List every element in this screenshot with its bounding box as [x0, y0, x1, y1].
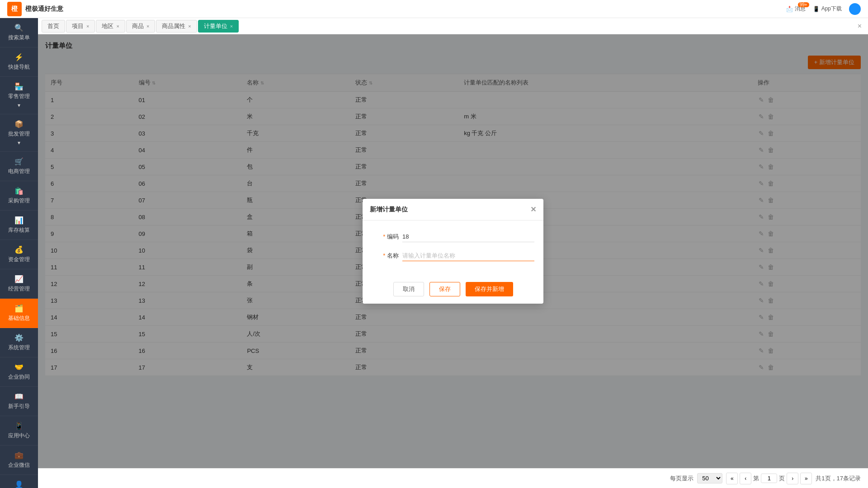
operation-icon: 📈: [14, 275, 24, 283]
sidebar-item-inventory[interactable]: 📊 库存核算: [0, 211, 38, 240]
save-button[interactable]: 保存: [429, 282, 460, 296]
first-page-btn[interactable]: «: [726, 473, 738, 484]
sidebar-retail-label: 零售管理: [8, 93, 30, 100]
sidebar-purchase-label: 采购管理: [8, 197, 30, 205]
sidebar-basic-label: 基础信息: [8, 314, 30, 322]
message-btn[interactable]: 📩 消息 99+: [786, 5, 806, 13]
tab-region-label: 地区: [102, 22, 113, 30]
sidebar-app-center-label: 应用中心: [8, 432, 30, 440]
sidebar-item-quick-nav[interactable]: ⚡ 快捷导航: [0, 47, 38, 77]
logo-icon: 橙: [7, 2, 22, 16]
member-icon: 👤: [14, 480, 24, 488]
app-download-btn[interactable]: 📱 App下载: [813, 5, 842, 13]
name-required: *: [383, 252, 385, 259]
save-and-new-button[interactable]: 保存并新增: [466, 282, 513, 296]
app-label: App下载: [821, 5, 842, 13]
top-header: 橙 橙极通好生意 📩 消息 99+ 📱 App下载: [0, 0, 868, 18]
tab-unit-close[interactable]: ×: [230, 23, 233, 29]
sidebar-system-label: 系统管理: [8, 344, 30, 352]
tab-home[interactable]: 首页: [42, 20, 65, 33]
search-icon: 🔍: [14, 23, 24, 32]
sidebar-item-operation[interactable]: 📈 经营管理: [0, 269, 38, 299]
last-page-btn[interactable]: »: [800, 473, 812, 484]
tab-project-label: 项目: [72, 22, 84, 30]
sidebar-item-finance[interactable]: 💰 资金管理: [0, 240, 38, 269]
page-nav: « ‹ 第 页 › »: [726, 473, 812, 484]
enterprise-icon: 💼: [14, 451, 24, 460]
modal-header: 新增计量单位 ✕: [363, 199, 543, 221]
name-input[interactable]: [402, 250, 534, 261]
sidebar-item-enterprise[interactable]: 💼 企业微信: [0, 446, 38, 475]
next-page-btn[interactable]: ›: [787, 473, 798, 484]
code-required: *: [383, 233, 385, 240]
basic-icon: 🗂️: [14, 304, 24, 313]
sidebar-item-search[interactable]: 🔍 搜索菜单: [0, 18, 38, 47]
sidebar-guide-label: 新手引导: [8, 403, 30, 410]
sidebar-item-system[interactable]: ⚙️ 系统管理: [0, 328, 38, 357]
sidebar-operation-label: 经营管理: [8, 285, 30, 293]
content-area: 首页 项目 × 地区 × 商品 × 商品属性 × 计量单位 × ×: [38, 18, 868, 488]
sidebar-item-wholesale[interactable]: 📦 批发管理 ▾: [0, 114, 38, 152]
sidebar-enterprise-label: 企业微信: [8, 461, 30, 469]
page-size-label: 每页显示: [670, 474, 693, 483]
modal-body: * 编码 * 名称: [363, 221, 543, 277]
tab-attributes-label: 商品属性: [162, 22, 185, 30]
form-row-name: * 名称: [372, 250, 534, 261]
tab-attributes[interactable]: 商品属性 ×: [156, 20, 197, 33]
sidebar-quick-label: 快捷导航: [8, 63, 30, 71]
sidebar-item-member[interactable]: 👤 嗨会员: [0, 475, 38, 488]
tab-home-label: 首页: [47, 22, 59, 30]
tab-project-close[interactable]: ×: [86, 23, 89, 29]
tab-unit[interactable]: 计量单位 ×: [198, 20, 239, 33]
prev-page-btn[interactable]: ‹: [740, 473, 751, 484]
guide-icon: 📖: [14, 392, 24, 401]
sidebar-item-app-center[interactable]: 📱 应用中心: [0, 416, 38, 446]
sidebar-item-partner[interactable]: 🤝 企业协同: [0, 357, 38, 387]
sidebar-item-guide[interactable]: 📖 新手引导: [0, 387, 38, 416]
add-unit-modal: 新增计量单位 ✕ * 编码 *: [363, 199, 543, 304]
sidebar-partner-label: 企业协同: [8, 373, 30, 381]
page-label-after: 页: [779, 474, 785, 483]
tab-attributes-close[interactable]: ×: [188, 23, 191, 29]
tab-product-close[interactable]: ×: [146, 23, 149, 29]
cancel-button[interactable]: 取消: [393, 282, 424, 296]
sidebar-search-label: 搜索菜单: [8, 34, 30, 42]
user-avatar[interactable]: [849, 3, 861, 15]
sidebar-ecommerce-label: 电商管理: [8, 168, 30, 175]
tab-region-close[interactable]: ×: [116, 23, 119, 29]
message-badge: 99+: [798, 2, 809, 7]
tab-product[interactable]: 商品 ×: [126, 20, 155, 33]
tab-unit-label: 计量单位: [204, 22, 227, 30]
sidebar-inventory-label: 库存核算: [8, 226, 30, 234]
modal-title: 新增计量单位: [370, 206, 408, 214]
code-input[interactable]: [402, 231, 534, 242]
modal-footer: 取消 保存 保存并新增: [363, 277, 543, 304]
page-input[interactable]: [761, 474, 777, 483]
sidebar-item-ecommerce[interactable]: 🛒 电商管理: [0, 152, 38, 181]
app-icon: 📱: [813, 6, 820, 12]
retail-icon: 🏪: [14, 82, 24, 91]
message-icon: 📩: [786, 6, 793, 12]
modal-overlay: 新增计量单位 ✕ * 编码 *: [38, 34, 868, 468]
wholesale-expand-icon: ▾: [18, 140, 20, 146]
system-icon: ⚙️: [14, 333, 24, 342]
sidebar-item-purchase[interactable]: 🛍️ 采购管理: [0, 181, 38, 211]
tab-project[interactable]: 项目 ×: [66, 20, 95, 33]
sidebar-item-retail[interactable]: 🏪 零售管理 ▾: [0, 77, 38, 114]
page-content: 计量单位 + 新增计量单位 序号 编号 ⇅ 名称 ⇅: [38, 34, 868, 468]
page-label-before: 第: [753, 474, 759, 483]
modal-close-btn[interactable]: ✕: [530, 205, 536, 214]
app-center-icon: 📱: [14, 422, 24, 430]
total-info: 共1页，17条记录: [816, 474, 861, 483]
sidebar-finance-label: 资金管理: [8, 256, 30, 263]
page-size-select[interactable]: 50 10 20 100: [697, 473, 722, 483]
tab-region[interactable]: 地区 ×: [96, 20, 125, 33]
sidebar: 🔍 搜索菜单 ⚡ 快捷导航 🏪 零售管理 ▾ 📦 批发管理 ▾ 🛒 电商管理 🛍…: [0, 18, 38, 488]
form-row-code: * 编码: [372, 231, 534, 242]
sidebar-item-basic[interactable]: 🗂️ 基础信息: [0, 299, 38, 328]
tab-product-label: 商品: [132, 22, 144, 30]
sidebar-wholesale-label: 批发管理: [8, 130, 30, 138]
close-all-tabs-btn[interactable]: ×: [855, 22, 864, 30]
ecommerce-icon: 🛒: [14, 157, 24, 166]
tab-bar: 首页 项目 × 地区 × 商品 × 商品属性 × 计量单位 × ×: [38, 18, 868, 34]
